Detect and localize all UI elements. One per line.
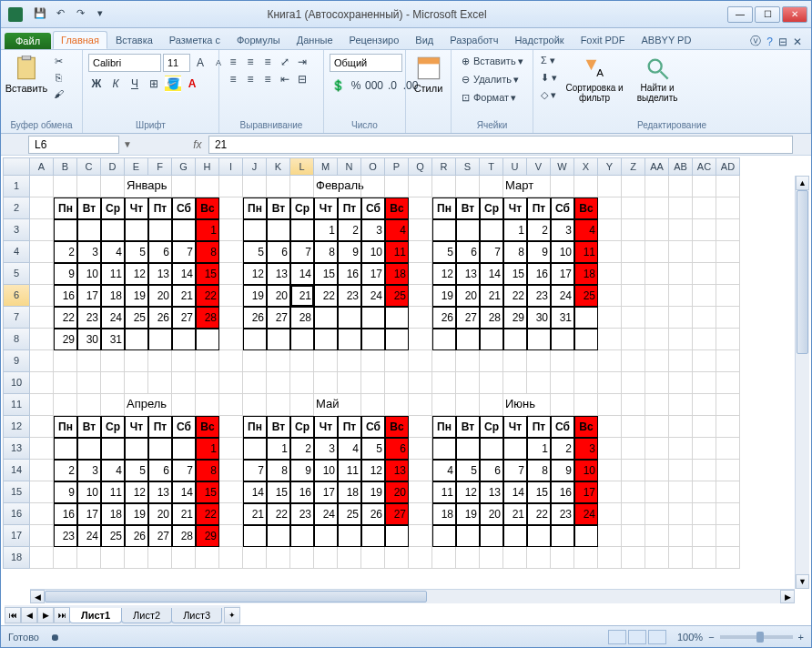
cell[interactable]	[385, 547, 409, 569]
cell[interactable]	[148, 372, 172, 394]
cell[interactable]	[338, 547, 361, 569]
cell[interactable]	[30, 525, 54, 547]
cell[interactable]	[432, 350, 456, 372]
cell[interactable]	[101, 438, 125, 460]
decrease-indent-icon[interactable]: ⇤	[277, 71, 293, 87]
cell[interactable]	[432, 329, 456, 350]
cell[interactable]: 20	[456, 285, 480, 307]
cell[interactable]: 25	[125, 307, 148, 329]
cell[interactable]	[716, 176, 740, 197]
cell[interactable]	[669, 329, 693, 350]
cell[interactable]: Вс	[574, 416, 598, 438]
cell[interactable]	[361, 372, 385, 394]
cell[interactable]	[219, 394, 243, 416]
cell[interactable]	[30, 329, 54, 350]
cell[interactable]: 5	[125, 241, 148, 263]
cell[interactable]	[290, 372, 314, 394]
cell[interactable]	[54, 394, 77, 416]
cell[interactable]	[503, 329, 527, 350]
cell[interactable]	[219, 350, 243, 372]
cell[interactable]: 25	[574, 285, 598, 307]
cell[interactable]: 5	[456, 460, 480, 481]
cell[interactable]	[432, 394, 456, 416]
cell[interactable]: 5	[361, 438, 385, 460]
cell[interactable]	[693, 329, 716, 350]
cell[interactable]: 3	[551, 219, 574, 241]
cell[interactable]	[219, 307, 243, 329]
cell[interactable]	[432, 372, 456, 394]
cell[interactable]	[30, 438, 54, 460]
cell[interactable]	[54, 372, 77, 394]
scroll-down-icon[interactable]: ▼	[796, 574, 809, 589]
cell[interactable]: 21	[480, 285, 503, 307]
tab-abbyy[interactable]: ABBYY PD	[634, 31, 700, 49]
cell[interactable]	[432, 547, 456, 569]
cell[interactable]: 1	[196, 219, 219, 241]
row-header-18[interactable]: 18	[3, 547, 30, 569]
cell[interactable]: 18	[574, 263, 598, 285]
cell[interactable]	[693, 416, 716, 438]
minimize-button[interactable]: —	[727, 6, 753, 23]
cell[interactable]: 30	[77, 329, 101, 350]
cell[interactable]	[622, 460, 645, 481]
cell[interactable]	[77, 350, 101, 372]
cell[interactable]: 16	[527, 263, 551, 285]
autosum-icon[interactable]: Σ ▾	[539, 54, 559, 67]
col-header-H[interactable]: H	[196, 157, 219, 176]
cell[interactable]	[622, 416, 645, 438]
cell[interactable]	[30, 307, 54, 329]
cell[interactable]	[574, 394, 598, 416]
cell[interactable]: 9	[527, 241, 551, 263]
cell[interactable]	[125, 547, 148, 569]
cell[interactable]	[716, 219, 740, 241]
cell[interactable]: 3	[574, 438, 598, 460]
cell[interactable]	[267, 372, 290, 394]
grow-font-icon[interactable]: A	[192, 55, 208, 71]
delete-cells-button[interactable]: ⊖Удалить ▾	[457, 72, 525, 86]
help-icon[interactable]: ?	[766, 35, 773, 48]
cell[interactable]: 11	[574, 241, 598, 263]
cell[interactable]: 29	[54, 329, 77, 350]
cell[interactable]	[314, 307, 338, 329]
cell[interactable]	[716, 372, 740, 394]
col-header-N[interactable]: N	[338, 157, 361, 176]
cell[interactable]: 8	[527, 460, 551, 481]
cell[interactable]: Чт	[314, 197, 338, 219]
cell[interactable]: 8	[503, 241, 527, 263]
cell[interactable]	[598, 219, 622, 241]
cell[interactable]	[290, 547, 314, 569]
cell[interactable]	[101, 219, 125, 241]
cell[interactable]	[30, 241, 54, 263]
cell[interactable]: Сб	[361, 197, 385, 219]
align-left-icon[interactable]: ≡	[225, 71, 241, 87]
cell[interactable]: 14	[172, 263, 196, 285]
formula-input[interactable]: 21	[208, 136, 793, 154]
cell[interactable]	[30, 416, 54, 438]
fx-button[interactable]: fx	[187, 138, 208, 151]
font-color-button[interactable]: A	[184, 76, 200, 92]
cell[interactable]	[622, 329, 645, 350]
sheet-nav-first-icon[interactable]: ⏮	[5, 607, 21, 623]
cell[interactable]: 24	[314, 503, 338, 525]
cell[interactable]: 6	[456, 241, 480, 263]
cell[interactable]	[693, 350, 716, 372]
cell[interactable]: 24	[101, 307, 125, 329]
cell[interactable]	[101, 176, 125, 197]
cell[interactable]	[574, 372, 598, 394]
cell[interactable]	[432, 219, 456, 241]
cell[interactable]: 18	[101, 285, 125, 307]
cell[interactable]	[314, 547, 338, 569]
cell[interactable]: 17	[77, 503, 101, 525]
cell[interactable]	[77, 176, 101, 197]
cell[interactable]: 10	[574, 460, 598, 481]
cell[interactable]	[361, 525, 385, 547]
cell[interactable]	[693, 481, 716, 503]
cell[interactable]: 13	[148, 263, 172, 285]
cell[interactable]	[409, 438, 432, 460]
cell[interactable]	[338, 307, 361, 329]
cell[interactable]	[338, 394, 361, 416]
cell[interactable]	[409, 416, 432, 438]
cell[interactable]	[645, 525, 669, 547]
increase-decimal-icon[interactable]: .0	[384, 77, 401, 94]
cell[interactable]	[54, 176, 77, 197]
